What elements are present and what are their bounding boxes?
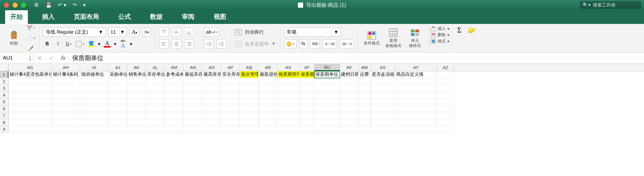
column-header-AM[interactable]: AM — [165, 64, 184, 71]
cell-AQ1[interactable]: 批次管理 — [240, 71, 259, 78]
cell-AR1[interactable]: 最新进价 — [259, 71, 277, 78]
cell-AS4[interactable] — [277, 92, 300, 99]
cell-AU2[interactable] — [314, 78, 340, 85]
cell-AG8[interactable] — [9, 119, 52, 126]
cell-AM2[interactable] — [165, 78, 184, 85]
cell-AH6[interactable] — [52, 105, 80, 112]
cell-AU9[interactable] — [314, 126, 340, 133]
cell-AZ6[interactable] — [437, 105, 454, 112]
cell-AI9[interactable] — [80, 126, 109, 133]
align-right-button[interactable] — [184, 39, 194, 48]
qat-more-icon[interactable]: ▾ — [83, 2, 86, 8]
formula-input[interactable]: 保质期单位 — [69, 54, 644, 62]
tab-layout[interactable]: 页面布局 — [69, 10, 104, 24]
phonetic-button[interactable]: abc A — [119, 40, 127, 48]
fill-color-button[interactable]: 🪣 — [87, 40, 95, 48]
cell-AU6[interactable] — [314, 105, 340, 112]
cell-AI7[interactable] — [80, 112, 109, 119]
cell-AV5[interactable] — [340, 99, 359, 105]
cell-AV8[interactable] — [340, 119, 359, 126]
copy-button[interactable]: 📄▾ — [27, 34, 35, 42]
cell-AJ9[interactable] — [109, 126, 127, 133]
cell-AK6[interactable] — [127, 105, 146, 112]
cell-AH9[interactable] — [52, 126, 80, 133]
cell-AT2[interactable] — [300, 78, 314, 85]
row-header-3[interactable]: 3 — [0, 85, 9, 92]
cell-AY1[interactable]: 商品自定义项 — [395, 71, 437, 78]
cell-AP4[interactable] — [221, 92, 240, 99]
cell-AU1[interactable]: 保质期单位 — [314, 71, 340, 78]
cell-AL8[interactable] — [146, 119, 165, 126]
font-color-button[interactable]: A — [103, 40, 111, 48]
column-header-AL[interactable]: AL — [146, 64, 165, 71]
comma-button[interactable]: 000 — [310, 39, 320, 48]
cell-AH3[interactable] — [52, 85, 80, 92]
cell-AZ7[interactable] — [437, 112, 454, 119]
cell-AL9[interactable] — [146, 126, 165, 133]
cell-AR7[interactable] — [259, 112, 277, 119]
cell-AR5[interactable] — [259, 99, 277, 105]
cell-AS2[interactable] — [277, 78, 300, 85]
tab-insert[interactable]: 插入 — [37, 10, 60, 24]
cell-AJ1[interactable]: 采购单位 — [109, 71, 127, 78]
decrease-decimal-button[interactable]: .00→.0 — [340, 39, 354, 48]
confirm-formula-button[interactable]: ✓ — [45, 52, 57, 64]
cell-AR6[interactable] — [259, 105, 277, 112]
cell-AH2[interactable] — [52, 78, 80, 85]
cell-AM6[interactable] — [165, 105, 184, 112]
align-left-button[interactable] — [159, 39, 169, 48]
cell-AR9[interactable] — [259, 126, 277, 133]
cell-AX7[interactable] — [371, 112, 395, 119]
cell-AX9[interactable] — [371, 126, 395, 133]
cell-AX3[interactable] — [371, 85, 395, 92]
close-window-button[interactable] — [4, 3, 9, 8]
format-cells-button[interactable]: 格式▾ — [431, 39, 449, 44]
cell-AW5[interactable] — [359, 99, 371, 105]
cell-AK2[interactable] — [127, 78, 146, 85]
cell-AJ8[interactable] — [109, 119, 127, 126]
cell-AS7[interactable] — [277, 112, 300, 119]
cell-AH4[interactable] — [52, 92, 80, 99]
cell-AN7[interactable] — [184, 112, 202, 119]
cell-AQ4[interactable] — [240, 92, 259, 99]
underline-button[interactable]: U▾ — [65, 40, 73, 48]
cell-AY7[interactable] — [395, 112, 437, 119]
cell-AN2[interactable] — [184, 78, 202, 85]
cell-AH5[interactable] — [52, 99, 80, 105]
cell-style-button[interactable]: 单元 格样式 — [405, 28, 425, 48]
wrap-text-button[interactable] — [234, 28, 242, 36]
column-header-AZ[interactable]: AZ — [437, 64, 454, 71]
cell-AG7[interactable] — [9, 112, 52, 119]
cell-AS1[interactable]: 保质期管理 — [277, 71, 300, 78]
format-painter-button[interactable]: 🖌️ — [27, 44, 35, 52]
align-middle-button[interactable] — [172, 28, 181, 37]
cell-AJ2[interactable] — [109, 78, 127, 85]
column-header-AO[interactable]: AO — [202, 64, 221, 71]
borders-button[interactable]: ▾ — [76, 40, 84, 48]
tab-data[interactable]: 数据 — [145, 10, 168, 24]
align-center-button[interactable] — [172, 39, 181, 48]
decrease-font-button[interactable]: A▾ — [142, 28, 151, 37]
cell-AZ8[interactable] — [437, 119, 454, 126]
row-header-9[interactable]: 9 — [0, 126, 9, 133]
cell-AY3[interactable] — [395, 85, 437, 92]
autosave-icon[interactable]: 🗎 — [34, 2, 39, 8]
cell-AO1[interactable]: 最高库存 — [202, 71, 221, 78]
cell-AJ7[interactable] — [109, 112, 127, 119]
cell-AX5[interactable] — [371, 99, 395, 105]
cell-AG3[interactable] — [9, 85, 52, 92]
cell-AR8[interactable] — [259, 119, 277, 126]
cell-AX1[interactable]: 是否走冻链 — [371, 71, 395, 78]
cell-AP1[interactable]: 安全库存 — [221, 71, 240, 78]
cell-AQ9[interactable] — [240, 126, 259, 133]
cell-AR2[interactable] — [259, 78, 277, 85]
align-bottom-button[interactable] — [184, 28, 194, 37]
increase-indent-button[interactable] — [217, 39, 226, 48]
cell-AR3[interactable] — [259, 85, 277, 92]
merge-center-button[interactable] — [234, 40, 242, 48]
cell-AK3[interactable] — [127, 85, 146, 92]
fx-button[interactable]: fx — [57, 52, 69, 64]
cell-AL2[interactable] — [146, 78, 165, 85]
cell-AL6[interactable] — [146, 105, 165, 112]
conditional-format-button[interactable]: 条件格式 — [362, 30, 382, 46]
